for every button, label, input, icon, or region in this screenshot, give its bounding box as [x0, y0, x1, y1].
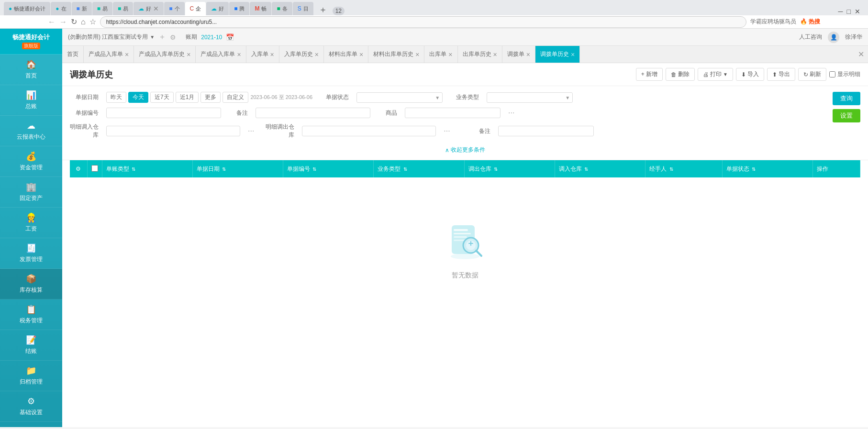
hot-search[interactable]: 🔥 热搜	[800, 18, 820, 26]
home-btn[interactable]: ⌂	[81, 18, 86, 26]
period-value[interactable]: 2021-10	[201, 34, 222, 41]
display-columns-checkbox[interactable]	[829, 71, 835, 77]
maximize-btn[interactable]: □	[847, 8, 851, 15]
export-btn[interactable]: ⬆ 导出	[767, 68, 795, 81]
col-business-type[interactable]: 业务类型 ⇅	[374, 160, 464, 177]
query-button[interactable]: 查询	[833, 92, 860, 105]
sidebar-item-funds[interactable]: 💰 资金管理	[0, 146, 62, 177]
col-doc-no[interactable]: 单据编号 ⇅	[283, 160, 374, 177]
detail-in-input[interactable]	[106, 126, 240, 136]
page-tab-4[interactable]: 入库单 ×	[246, 46, 279, 63]
table-settings-icon[interactable]: ⚙	[70, 160, 87, 177]
tab-bar-close-icon[interactable]: ✕	[858, 50, 864, 59]
remark-input[interactable]	[256, 108, 370, 118]
page-tab-9[interactable]: 出库单历史 ×	[458, 46, 502, 63]
minimize-btn[interactable]: ─	[838, 8, 843, 15]
page-tab-2-close[interactable]: ×	[187, 51, 190, 58]
page-tab-11[interactable]: 调拨单历史 ×	[535, 46, 580, 63]
browser-tab-12[interactable]: S 目	[293, 2, 313, 15]
address-input[interactable]	[100, 16, 746, 28]
browser-tab-11[interactable]: ■ 各	[272, 2, 292, 15]
page-tab-10[interactable]: 调拨单 ×	[502, 46, 535, 63]
new-btn[interactable]: + 新增	[636, 68, 663, 81]
browser-tab-3[interactable]: ■ 易	[92, 2, 112, 15]
add-company-btn[interactable]: ＋	[158, 32, 166, 42]
col-handler[interactable]: 经手人 ⇅	[645, 160, 722, 177]
goods-more-icon[interactable]: ···	[508, 109, 514, 117]
col-doc-type[interactable]: 单账类型 ⇅	[102, 160, 192, 177]
browser-tab-1[interactable]: ● 在	[51, 2, 71, 15]
page-tab-9-close[interactable]: ×	[493, 51, 497, 58]
page-tab-3[interactable]: 产成品入库单 ×	[196, 46, 246, 63]
page-tab-7-close[interactable]: ×	[415, 51, 419, 58]
sidebar-item-closing[interactable]: 📝 结账	[0, 330, 62, 361]
date-btn-custom[interactable]: 自定义	[223, 92, 248, 103]
page-tab-11-close[interactable]: ×	[571, 51, 575, 58]
sidebar-item-inventory[interactable]: 📦 库存核算	[0, 269, 62, 299]
page-tab-1-close[interactable]: ×	[125, 51, 129, 58]
date-btn-yesterday[interactable]: 昨天	[106, 92, 126, 103]
star-btn[interactable]: ☆	[89, 17, 96, 26]
sidebar-item-payroll[interactable]: 👷 工资	[0, 208, 62, 238]
import-btn[interactable]: ⬇ 导入	[736, 68, 764, 81]
sidebar-item-fixed-assets[interactable]: 🏢 固定资产	[0, 177, 62, 208]
sidebar-item-invoice[interactable]: 🧾 发票管理	[0, 238, 62, 269]
sidebar-item-archive[interactable]: 📁 归档管理	[0, 361, 62, 391]
date-btn-today[interactable]: 今天	[128, 92, 148, 103]
company-selector[interactable]: (勿删勿禁用) 江西服宝测试专用 ▼	[68, 33, 155, 41]
user-name[interactable]: 徐泽华	[845, 33, 862, 41]
browser-tab-4[interactable]: ■ 易	[113, 2, 133, 15]
doc-no-input[interactable]	[106, 108, 221, 118]
page-tab-1[interactable]: 产成品入库单 ×	[84, 46, 134, 63]
sidebar-item-settings[interactable]: ⚙ 基础设置	[0, 391, 62, 422]
calendar-icon[interactable]: 📅	[226, 33, 234, 41]
collapse-btn[interactable]: ∧ 收起更多条件	[445, 146, 485, 154]
setting-button[interactable]: 设置	[833, 109, 860, 122]
browser-tab-9[interactable]: ■ 腾	[229, 2, 249, 15]
browser-tab-10[interactable]: M 畅	[250, 2, 271, 15]
browser-tab-7[interactable]: C 企	[185, 2, 206, 15]
date-btn-1month[interactable]: 近1月	[176, 92, 199, 103]
page-tab-5[interactable]: 入库单历史 ×	[279, 46, 324, 63]
detail-out-more-icon[interactable]: ···	[444, 127, 450, 135]
page-tab-10-close[interactable]: ×	[526, 51, 530, 58]
browser-tab-6[interactable]: ■ 个	[164, 2, 184, 15]
page-tab-3-close[interactable]: ×	[237, 51, 241, 58]
back-btn[interactable]: ←	[48, 18, 56, 26]
browser-tab-2[interactable]: ■ 新	[72, 2, 92, 15]
user-avatar[interactable]: 👤	[828, 32, 839, 43]
service-btn[interactable]: 人工咨询	[799, 33, 822, 41]
sidebar-item-tax[interactable]: 📋 税务管理	[0, 299, 62, 330]
page-tab-7[interactable]: 材料出库单历史 ×	[368, 46, 424, 63]
date-btn-7days[interactable]: 近7天	[150, 92, 174, 103]
display-columns-toggle[interactable]: 显示明细	[829, 70, 860, 78]
page-tab-8[interactable]: 出库单 ×	[424, 46, 457, 63]
browser-tab-8[interactable]: ☁ 好	[206, 2, 229, 15]
page-tab-2[interactable]: 产成品入库单历史 ×	[134, 46, 196, 63]
sidebar-item-home[interactable]: 🏠 首页	[0, 55, 62, 85]
refresh-btn[interactable]: ↻ 刷新	[798, 68, 826, 81]
detail-out-input[interactable]	[302, 126, 436, 136]
status-select[interactable]	[356, 92, 443, 103]
detail-in-more-icon[interactable]: ···	[248, 127, 254, 135]
refresh-btn[interactable]: ↻	[71, 17, 77, 26]
settings-gear-icon[interactable]: ⚙	[170, 33, 176, 41]
goods-input[interactable]	[405, 108, 501, 118]
print-btn[interactable]: 🖨 打印 ▼	[698, 68, 733, 81]
close-btn[interactable]: ✕	[855, 8, 860, 15]
sidebar-item-guide[interactable]: 📚 新手引导	[0, 422, 62, 427]
page-tab-4-close[interactable]: ×	[270, 51, 274, 58]
browser-tab-0[interactable]: ● 畅捷通好会计	[4, 2, 50, 15]
page-tab-6[interactable]: 材料出库单 ×	[324, 46, 368, 63]
page-tab-6-close[interactable]: ×	[359, 51, 363, 58]
detail-remark-input[interactable]	[498, 126, 594, 136]
col-doc-status[interactable]: 单据状态 ⇅	[722, 160, 812, 177]
col-doc-date[interactable]: 单据日期 ⇅	[192, 160, 283, 177]
sidebar-item-cloud-reports[interactable]: ☁ 云报表中心	[0, 116, 62, 146]
business-type-select[interactable]	[487, 92, 573, 103]
col-out-warehouse[interactable]: 调出仓库 ⇅	[464, 160, 555, 177]
tab-count[interactable]: 12	[333, 7, 345, 15]
date-btn-more[interactable]: 更多	[200, 92, 221, 103]
forward-btn[interactable]: →	[59, 18, 67, 26]
delete-btn[interactable]: 🗑 删除	[666, 68, 695, 81]
